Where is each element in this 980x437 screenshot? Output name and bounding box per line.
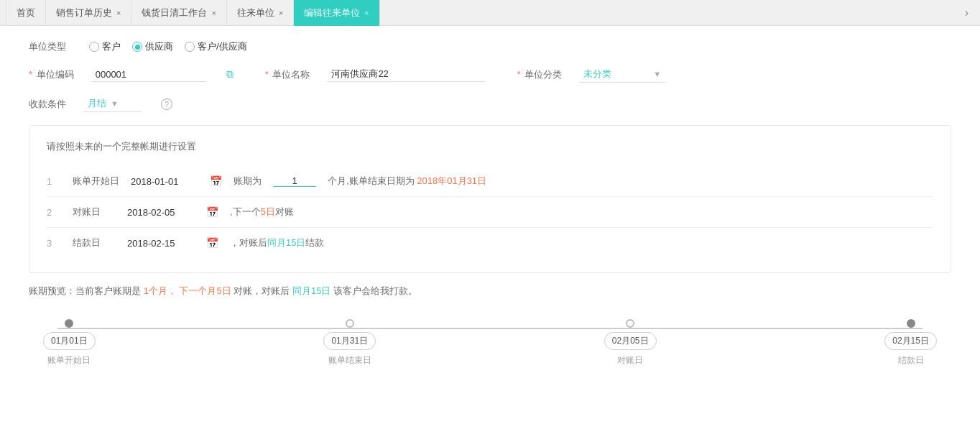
main-content: 单位类型 客户 供应商 客户/供应商 * 单位编码 ⧉ [0,26,980,437]
radio-dot-supplier [135,45,140,50]
recon-highlight: 5日 [261,206,275,217]
calendar-icon-3[interactable]: 📅 [206,237,218,249]
category-label: * 单位分类 [517,68,562,81]
timeline-dot-end [346,319,354,328]
tab-partners-label: 往来单位 [237,6,274,19]
required-star-name: * [265,69,269,80]
tab-more-button[interactable]: › [959,6,974,19]
payment-row: 收款条件 月结 ▼ ? [29,96,951,112]
row-label-1: 账单开始日 [73,175,119,188]
pay-desc: ，对账后同月15日结款 [230,236,324,249]
timeline-date-0: 01月01日 [43,332,96,350]
tab-partners[interactable]: 往来单位 × [227,0,294,26]
row-label-2: 对账日 [73,206,116,218]
period-prefix: 账期为 [234,175,262,188]
tab-home[interactable]: 首页 [6,0,46,26]
help-icon[interactable]: ? [161,98,172,110]
settings-table: 1 账单开始日 2018-01-01 📅 账期为 个月,账单结束日期为 2018… [47,166,933,258]
category-select[interactable]: 未分类 ▼ [579,66,665,83]
timeline-label-2: 对账日 [617,354,643,367]
tab-bar: 首页 销售订单历史 × 钱货日清工作台 × 往来单位 × 编辑往来单位 × › [0,0,980,26]
radio-customer-label: 客户 [102,40,121,53]
timeline-label-3: 结款日 [898,354,924,367]
chevron-down-icon-payment: ▼ [111,99,119,108]
copy-icon[interactable]: ⧉ [226,68,234,80]
chevron-down-icon: ▼ [653,70,661,78]
calendar-icon-2[interactable]: 📅 [206,206,218,218]
required-star-cat: * [517,69,520,80]
close-icon[interactable]: × [116,9,121,17]
payment-value: 月结 [88,97,106,110]
row-num-3: 3 [47,238,61,249]
unit-info-row: * 单位编码 ⧉ * 单位名称 * 单位分类 未分类 ▼ [29,66,951,83]
code-label: * 单位编码 [29,68,74,81]
preview-part3: 同月15日 [292,285,330,296]
preview-section: 账期预览：当前客户账期是 1个月， 下一个月5日 对账，对账后 同月15日 该客… [29,285,951,298]
tab-home-label: 首页 [17,6,35,19]
timeline-item-recon: 02月05日 对账日 [604,319,657,367]
pay-date-value: 2018-02-15 [127,238,192,249]
radio-circle-supplier [132,42,142,52]
unit-type-label: 单位类型 [29,40,66,53]
start-date-value: 2018-01-01 [131,176,195,187]
radio-supplier[interactable]: 供应商 [132,40,173,53]
row-num-2: 2 [47,207,61,218]
preview-middle: 对账，对账后 [234,285,290,296]
close-icon[interactable]: × [211,9,216,17]
calendar-icon-1[interactable]: 📅 [210,175,222,187]
radio-circle-customer [89,42,99,52]
table-row: 1 账单开始日 2018-01-01 📅 账期为 个月,账单结束日期为 2018… [47,166,933,197]
timeline-item-pay: 02月15日 结款日 [884,319,937,367]
end-date-highlight: 2018年01月31日 [417,175,486,186]
radio-both[interactable]: 客户/供应商 [185,40,247,53]
table-row: 2 对账日 2018-02-05 📅 ,下一个5日对账 [47,197,933,228]
recon-date-value: 2018-02-05 [127,207,192,218]
timeline-item-start: 01月01日 账单开始日 [43,319,96,367]
unit-type-row: 单位类型 客户 供应商 客户/供应商 [29,40,951,53]
timeline-label-0: 账单开始日 [47,354,91,367]
recon-desc: ,下一个5日对账 [230,206,294,218]
tab-edit-partner-label: 编辑往来单位 [304,6,360,19]
timeline: 01月01日 账单开始日 01月31日 账单结束日 02月05日 对账日 02月… [29,312,951,367]
radio-both-label: 客户/供应商 [198,40,247,53]
payment-select[interactable]: 月结 ▼ [83,96,141,112]
settings-panel: 请按照未来的一个完整帐期进行设置 1 账单开始日 2018-01-01 📅 账期… [29,125,951,273]
preview-end: 该客户会给我打款。 [333,285,417,296]
tab-cash-workbench[interactable]: 钱货日清工作台 × [131,0,226,26]
radio-customer[interactable]: 客户 [89,40,121,53]
period-input[interactable] [273,175,316,187]
radio-supplier-label: 供应商 [145,40,173,53]
close-icon[interactable]: × [364,9,369,17]
radio-group-unit-type: 客户 供应商 客户/供应商 [89,40,247,53]
period-suffix: 个月,账单结束日期为 2018年01月31日 [328,175,486,188]
preview-label: 账期预览：当前客户账期是 [29,285,141,296]
radio-circle-both [185,42,195,52]
row-num-1: 1 [47,176,61,187]
timeline-date-3: 02月15日 [884,332,937,350]
timeline-date-2: 02月05日 [604,332,657,350]
timeline-date-1: 01月31日 [323,332,376,350]
tab-cash-workbench-label: 钱货日清工作台 [142,6,207,19]
timeline-items: 01月01日 账单开始日 01月31日 账单结束日 02月05日 对账日 02月… [43,319,937,367]
timeline-dot-pay [907,319,915,328]
timeline-item-end: 01月31日 账单结束日 [323,319,376,367]
timeline-label-1: 账单结束日 [328,354,371,367]
preview-part2: 下一个月5日 [179,285,231,296]
payment-label: 收款条件 [29,98,66,111]
required-star: * [29,69,32,80]
timeline-dot-recon [626,319,634,328]
close-icon[interactable]: × [279,9,283,17]
tab-sales-history-label: 销售订单历史 [56,6,112,19]
preview-part1: 1个月， [144,285,177,296]
table-row: 3 结款日 2018-02-15 📅 ，对账后同月15日结款 [47,228,933,258]
name-input[interactable] [327,68,485,82]
tab-sales-history[interactable]: 销售订单历史 × [46,0,131,26]
code-input[interactable] [91,68,206,82]
timeline-dot-start [65,319,73,328]
tab-edit-partner[interactable]: 编辑往来单位 × [294,0,379,26]
panel-hint: 请按照未来的一个完整帐期进行设置 [47,140,933,153]
name-label: * 单位名称 [265,68,310,81]
row-label-3: 结款日 [73,236,116,249]
category-value: 未分类 [583,68,611,80]
pay-highlight: 同月15日 [267,237,305,248]
